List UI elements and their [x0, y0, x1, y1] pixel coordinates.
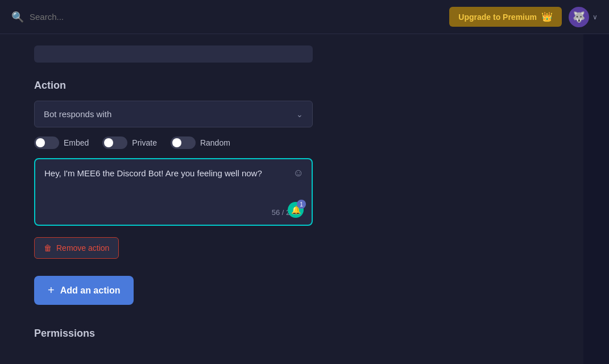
search-area: 🔍 — [11, 11, 449, 23]
private-toggle-item: Private — [102, 136, 157, 149]
avatar-area[interactable]: 🐺 ∨ — [569, 7, 598, 27]
permissions-section-label: Permissions — [34, 328, 575, 340]
upgrade-label: Upgrade to Premium — [458, 13, 537, 22]
embed-label: Embed — [64, 138, 89, 147]
trash-icon: 🗑 — [44, 243, 52, 253]
header: 🔍 Upgrade to Premium 👑 🐺 ∨ — [0, 0, 609, 34]
embed-toggle[interactable] — [34, 136, 59, 149]
avatar: 🐺 — [569, 7, 589, 27]
random-label: Random — [200, 138, 230, 147]
remove-action-label: Remove action — [56, 243, 109, 253]
add-action-button[interactable]: + Add an action — [34, 276, 134, 305]
toggle-row: Embed Private Random — [34, 136, 575, 149]
remove-action-button[interactable]: 🗑 Remove action — [34, 237, 119, 259]
upgrade-button[interactable]: Upgrade to Premium 👑 — [449, 7, 562, 27]
message-input[interactable]: Hey, I'm MEE6 the Discord Bot! Are you f… — [44, 167, 303, 201]
bot-responds-dropdown[interactable]: Bot responds with ⌄ — [34, 101, 313, 127]
random-toggle-item: Random — [171, 136, 230, 149]
top-bar-preview — [34, 46, 313, 63]
search-input[interactable] — [30, 12, 143, 22]
notification-badge[interactable]: 🔔 1 — [288, 202, 304, 218]
emoji-picker-icon[interactable]: ☺ — [293, 167, 304, 179]
random-toggle-thumb — [172, 138, 181, 147]
crown-icon: 👑 — [541, 11, 553, 22]
random-toggle[interactable] — [171, 136, 196, 149]
dropdown-value: Bot responds with — [44, 109, 111, 119]
action-section-label: Action — [34, 80, 575, 92]
main-content: Action Bot responds with ⌄ Embed Private… — [0, 34, 609, 364]
header-right: Upgrade to Premium 👑 🐺 ∨ — [449, 7, 598, 27]
message-box: Hey, I'm MEE6 the Discord Bot! Are you f… — [34, 158, 313, 226]
search-icon: 🔍 — [11, 11, 24, 23]
badge-count: 1 — [297, 200, 306, 209]
private-toggle[interactable] — [102, 136, 127, 149]
private-toggle-thumb — [104, 138, 113, 147]
plus-icon: + — [48, 284, 55, 297]
private-label: Private — [132, 138, 157, 147]
embed-toggle-item: Embed — [34, 136, 89, 149]
right-sidebar — [583, 34, 609, 364]
message-footer: 56 / 2000 — [44, 208, 303, 217]
dropdown-chevron-icon: ⌄ — [296, 110, 303, 119]
embed-toggle-thumb — [36, 138, 45, 147]
chevron-down-icon: ∨ — [593, 13, 598, 21]
add-action-label: Add an action — [60, 286, 121, 296]
